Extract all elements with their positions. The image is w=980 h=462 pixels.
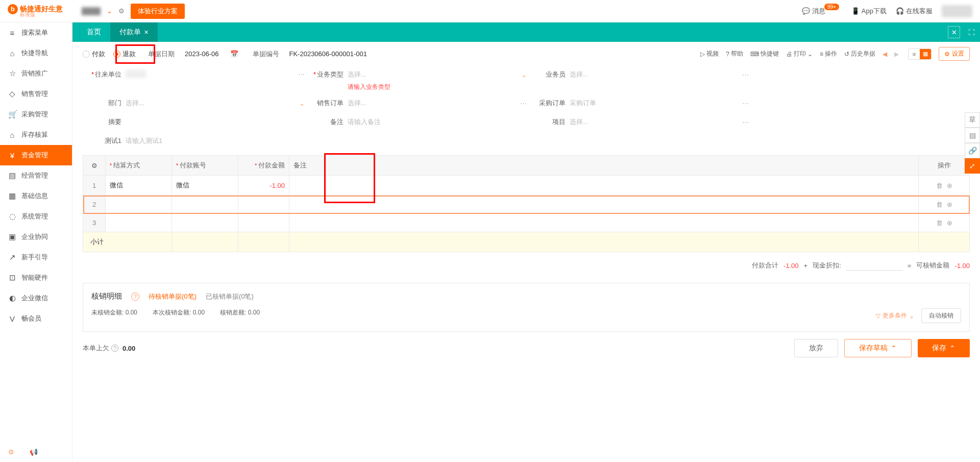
sidebar-item-guide[interactable]: ↗新手引导 (0, 247, 72, 268)
cell-account[interactable] (172, 196, 238, 214)
list-icon: ≡ (820, 51, 823, 58)
more-conditions-link[interactable]: ▽更多条件⌄ (876, 311, 914, 320)
sound-icon[interactable]: 📢 (30, 448, 38, 456)
table-row[interactable]: 3 🗑⊕ (83, 214, 970, 232)
date-value[interactable]: 2023-06-06 (185, 50, 219, 58)
user-avatar[interactable] (942, 5, 972, 17)
cell-remark[interactable] (289, 214, 919, 232)
cell-account[interactable]: 微信 (172, 176, 238, 196)
discount-input[interactable] (846, 260, 902, 271)
close-all-tabs[interactable]: ✕ (948, 26, 960, 38)
sidebar-item-system[interactable]: ◌系统管理 (0, 206, 72, 227)
th-amount[interactable]: 付款金额 (238, 156, 289, 176)
sidebar-item-basic-info[interactable]: ▦基础信息 (0, 186, 72, 206)
draft-icon[interactable]: 草 (965, 112, 980, 128)
table-row[interactable]: 1 微信 微信 -1.00 🗑⊕ (83, 176, 970, 196)
tab-close-icon[interactable]: ✕ (144, 29, 149, 36)
biztype-select[interactable]: 选择...⌄ (348, 68, 527, 82)
verify-diff: 核销差额: 0.00 (220, 308, 260, 323)
prev-icon[interactable]: ◀ (883, 51, 887, 58)
purchase-order-select[interactable]: 采购订单⋯ (570, 96, 749, 110)
settings-button[interactable]: ⚙设置 (939, 47, 970, 61)
sidebar-item-search-menu[interactable]: ≡搜索菜单 (0, 22, 72, 43)
help-icon[interactable]: ? (111, 345, 118, 352)
chat-icon: 💬 (802, 7, 810, 15)
shortcut-link[interactable]: ⌨快捷键 (750, 50, 779, 58)
view-grid-button[interactable]: ▦ (920, 49, 931, 59)
delete-icon[interactable]: 🗑 (936, 182, 943, 189)
tab-payment[interactable]: 付款单 ✕ (110, 22, 158, 42)
sidebar-item-sales[interactable]: ◇销售管理 (0, 84, 72, 104)
print-link[interactable]: 🖨打印⌄ (786, 50, 813, 58)
cell-amount[interactable] (238, 196, 289, 214)
verify-tab-pending[interactable]: 待核销单据(0笔) (149, 292, 197, 301)
expand-icon[interactable]: ⛶ (968, 29, 975, 36)
th-account[interactable]: 付款账号 (172, 156, 238, 176)
cell-remark[interactable] (289, 196, 919, 214)
th-settle[interactable]: 结算方式 (106, 156, 172, 176)
cell-settle[interactable] (106, 214, 172, 232)
view-list-button[interactable]: ≡ (909, 49, 920, 59)
sidebar-item-quick-nav[interactable]: ⌂快捷导航 (0, 43, 72, 63)
cell-settle[interactable] (106, 196, 172, 214)
unit-select[interactable]: ⋯ (126, 68, 305, 81)
delete-icon[interactable]: 🗑 (936, 201, 943, 208)
project-select[interactable]: 选择...⋯ (570, 115, 749, 129)
dept-select[interactable]: 选择...⌄ (126, 96, 305, 110)
expand-icon[interactable]: ⤢ (965, 158, 980, 174)
cell-amount[interactable] (238, 214, 289, 232)
save-draft-button[interactable]: 保存草稿⌃ (844, 339, 912, 357)
summary-input[interactable] (126, 115, 305, 128)
cell-remark[interactable] (289, 176, 919, 196)
auto-verify-button[interactable]: 自动核销 (921, 308, 961, 323)
sidebar-item-funds[interactable]: ¥资金管理 (0, 145, 72, 165)
delete-icon[interactable]: 🗑 (936, 219, 943, 227)
operate-link[interactable]: ≡操作 (820, 50, 837, 58)
experience-plan-button[interactable]: 体验行业方案 (131, 4, 185, 19)
company-selector[interactable]: ████ (82, 7, 101, 15)
attach-icon[interactable]: 🔗 (965, 143, 980, 158)
help-link[interactable]: ?帮助 (726, 50, 743, 58)
tab-home[interactable]: 首页 (78, 22, 110, 42)
app-download-link[interactable]: 📱 App下载 (851, 7, 887, 16)
cell-amount[interactable]: -1.00 (238, 176, 289, 196)
video-link[interactable]: ▷视频 (700, 50, 719, 58)
add-icon[interactable]: ⊕ (947, 182, 952, 189)
sales-order-select[interactable]: 选择...⋯ (348, 96, 527, 110)
sidebar-item-marketing[interactable]: ☆营销推广 (0, 63, 72, 84)
history-link[interactable]: ↺历史单据 (844, 50, 875, 58)
radio-refund[interactable]: 退款 (113, 50, 136, 59)
save-button[interactable]: 保存⌃ (918, 339, 970, 357)
gear-icon[interactable]: ⚙ (118, 7, 125, 15)
next-icon[interactable]: ▶ (894, 51, 899, 58)
chevron-down-icon[interactable]: ⌄ (107, 7, 112, 15)
remark-input[interactable]: 请输入备注 (348, 115, 527, 129)
note-icon[interactable]: ▤ (965, 128, 980, 143)
radio-pay[interactable]: 付款 (83, 50, 105, 59)
sidebar-item-collab[interactable]: ▣企业协同 (0, 227, 72, 247)
sidebar-item-operation[interactable]: ▤经营管理 (0, 165, 72, 186)
messages-link[interactable]: 💬 消息 99+ (802, 7, 842, 16)
cell-account[interactable] (172, 214, 238, 232)
online-service-link[interactable]: 🎧 在线客服 (896, 7, 933, 16)
chevron-down-icon: ⌄ (807, 51, 813, 58)
chip-icon: ⊡ (8, 273, 16, 282)
verify-tab-done[interactable]: 已核销单据(0笔) (206, 292, 254, 301)
help-icon[interactable]: ? (131, 293, 139, 301)
add-icon[interactable]: ⊕ (947, 219, 952, 227)
th-gear[interactable]: ⚙ (83, 156, 106, 176)
cancel-button[interactable]: 放弃 (794, 339, 838, 357)
add-icon[interactable]: ⊕ (947, 201, 952, 208)
sidebar-item-hardware[interactable]: ⊡智能硬件 (0, 268, 72, 288)
sidebar-item-purchase[interactable]: 🛒采购管理 (0, 104, 72, 125)
cell-settle[interactable]: 微信 (106, 176, 172, 196)
calendar-icon[interactable]: 📅 (230, 50, 238, 58)
table-row[interactable]: 2 🗑⊕ (83, 196, 970, 214)
gear-icon[interactable]: ⚙ (8, 448, 14, 456)
arrow-icon: ↗ (8, 253, 16, 262)
sidebar-item-inventory[interactable]: ⌂库存核算 (0, 125, 72, 145)
salesman-select[interactable]: 选择...⋯ (570, 68, 749, 82)
sidebar-item-member[interactable]: V畅会员 (0, 308, 72, 329)
sidebar-item-wechat[interactable]: ◐企业微信 (0, 288, 72, 308)
test1-input[interactable]: 请输入测试1 (126, 134, 305, 148)
